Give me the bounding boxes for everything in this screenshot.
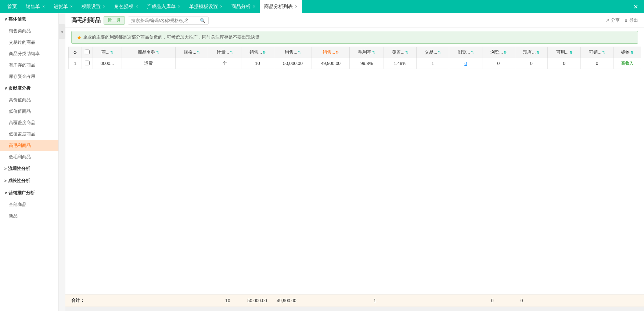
nav-item-商品分析[interactable]: 商品分析× <box>227 0 260 13</box>
cell-sellable: 0 <box>580 58 613 69</box>
share-icon: ↗ <box>606 18 609 23</box>
sidebar-arrow: ∨ <box>4 17 7 21</box>
col-available[interactable]: 可用...⇅ <box>548 47 580 58</box>
col-browse2[interactable]: 浏览...⇅ <box>482 47 515 58</box>
header-actions: ↗ 分享 ⬇ 导出 <box>606 17 638 23</box>
col-browse1[interactable]: 浏览...⇅ <box>449 47 482 58</box>
footer-browse1 <box>389 298 419 303</box>
nav-item-产成品入库单[interactable]: 产成品入库单× <box>143 0 185 13</box>
cell-current-stock: 0 <box>515 58 548 69</box>
close-tab-商品分析[interactable]: × <box>253 4 255 9</box>
sidebar-item-全部商品[interactable]: 全部商品 <box>0 199 58 210</box>
col-name[interactable]: 商品名称⇅ <box>122 47 175 58</box>
main-layout: ∨整体信息销售类商品交易过的商品商品分类助销率有库存的商品库存资金占用∨贡献度分… <box>0 13 644 311</box>
sidebar-item-销售类商品[interactable]: 销售类商品 <box>0 25 58 37</box>
sidebar-item-高覆盖度商品[interactable]: 高覆盖度商品 <box>0 117 58 129</box>
close-tab-商品分析列表[interactable]: × <box>295 4 298 9</box>
cell-tag: 高收入 <box>614 58 641 69</box>
export-btn[interactable]: ⬇ 导出 <box>624 17 638 23</box>
col-current-stock[interactable]: 现有...⇅ <box>515 47 548 58</box>
sidebar-item-高价值商品[interactable]: 高价值商品 <box>0 94 58 106</box>
close-all-tabs[interactable]: ✕ <box>630 3 641 10</box>
close-tab-销售单[interactable]: × <box>42 4 45 9</box>
nav-item-权限设置[interactable]: 权限设置× <box>77 0 110 13</box>
col-code[interactable]: 商...⇅ <box>93 47 122 58</box>
data-table: ⚙ 商...⇅ 商品名称⇅ 规格...⇅ 计量...⇅ 销售...⇅ 销售...… <box>68 47 641 69</box>
sidebar-item-新品[interactable]: 新品 <box>0 210 58 222</box>
row-checkbox[interactable] <box>85 61 90 65</box>
table-container: ⚙ 商...⇅ 商品名称⇅ 规格...⇅ 计量...⇅ 销售...⇅ 销售...… <box>65 47 644 294</box>
col-spec[interactable]: 规格...⇅ <box>176 47 208 58</box>
cell-checkbox[interactable] <box>82 58 93 69</box>
footer-trade: 1 <box>360 298 389 303</box>
nav-item-角色授权[interactable]: 角色授权× <box>110 0 143 13</box>
cell-unit: 个 <box>208 58 241 69</box>
footer-spacer1 <box>96 298 125 303</box>
search-icon[interactable]: 🔍 <box>200 18 205 23</box>
sidebar-item-低价值商品[interactable]: 低价值商品 <box>0 106 58 117</box>
sidebar-group-整体信息[interactable]: ∨整体信息 <box>0 13 58 25</box>
col-sales-profit[interactable]: 销售...⇅ <box>312 47 350 58</box>
col-settings[interactable]: ⚙ <box>69 47 82 58</box>
cell-gross-margin: 99.8% <box>350 58 384 69</box>
cell-browse2: 0 <box>482 58 515 69</box>
cell-browse1[interactable]: 0 <box>449 58 482 69</box>
footer-spacer5 <box>301 298 331 303</box>
footer-spacer6 <box>331 298 360 303</box>
sidebar-collapse-btn[interactable]: « <box>59 24 65 39</box>
sidebar-item-有库存的商品[interactable]: 有库存的商品 <box>0 59 58 71</box>
sidebar-item-交易过的商品[interactable]: 交易过的商品 <box>0 37 58 48</box>
sidebar-group-成长性分析[interactable]: >成长性分析 <box>0 175 58 187</box>
sidebar-group-流通性分析[interactable]: >流通性分析 <box>0 163 58 175</box>
close-tab-角色授权[interactable]: × <box>136 4 138 9</box>
sidebar-item-库存资金占用[interactable]: 库存资金占用 <box>0 71 58 82</box>
sidebar-group-贡献度分析[interactable]: ∨贡献度分析 <box>0 82 58 94</box>
cell-name: 运费 <box>122 58 175 69</box>
sidebar: ∨整体信息销售类商品交易过的商品商品分类助销率有库存的商品库存资金占用∨贡献度分… <box>0 13 59 311</box>
cell-code: 0000... <box>93 58 122 69</box>
footer-spacer7 <box>448 298 478 303</box>
cell-coverage: 1.49% <box>384 58 416 69</box>
sidebar-item-商品分类助销率[interactable]: 商品分类助销率 <box>0 48 58 59</box>
nav-item-单据模板设置[interactable]: 单据模板设置× <box>185 0 227 13</box>
nav-item-进货单[interactable]: 进货单× <box>49 0 77 13</box>
col-checkbox[interactable] <box>82 47 93 58</box>
info-text: 企业的主要的利润都是这部分商品创造的，可考虑加大推广，同时关注库存是不要出现缺货 <box>83 34 259 40</box>
col-sales-amount[interactable]: 销售...⇅ <box>274 47 312 58</box>
close-tab-单据模板设置[interactable]: × <box>220 4 223 9</box>
horizontal-scrollbar[interactable] <box>65 307 644 311</box>
filter-btn[interactable]: 近一月 <box>104 16 125 25</box>
col-sales-qty[interactable]: 销售...⇅ <box>241 47 274 58</box>
close-tab-进货单[interactable]: × <box>70 4 73 9</box>
search-input[interactable] <box>131 18 198 23</box>
sidebar-arrow: ∨ <box>4 191 7 195</box>
nav-item-销售单[interactable]: 销售单× <box>21 0 49 13</box>
info-banner: ◆ 企业的主要的利润都是这部分商品创造的，可考虑加大推广，同时关注库存是不要出现… <box>71 31 638 44</box>
sidebar-item-低毛利商品[interactable]: 低毛利商品 <box>0 151 58 163</box>
footer-sales-qty: 10 <box>213 298 242 303</box>
sidebar-group-营销推广分析[interactable]: ∨营销推广分析 <box>0 187 58 199</box>
sidebar-item-高毛利商品[interactable]: 高毛利商品 <box>0 140 58 151</box>
sidebar-group-label: 贡献度分析 <box>8 85 30 91</box>
select-all-checkbox[interactable] <box>85 50 90 54</box>
cell-num: 1 <box>69 58 82 69</box>
nav-item-首页[interactable]: 首页 <box>3 0 21 13</box>
share-btn[interactable]: ↗ 分享 <box>606 17 620 23</box>
nav-item-商品分析列表[interactable]: 商品分析列表× <box>260 0 302 13</box>
sidebar-group-label: 成长性分析 <box>8 178 30 184</box>
col-coverage[interactable]: 覆盖...⇅ <box>384 47 416 58</box>
col-gross-margin[interactable]: 毛利率⇅ <box>350 47 384 58</box>
col-trade[interactable]: 交易...⇅ <box>417 47 449 58</box>
footer-sales-amount: 50,000.00 <box>242 298 272 303</box>
col-tag[interactable]: 标签⇅ <box>614 47 641 58</box>
close-tab-产成品入库单[interactable]: × <box>178 4 180 9</box>
cell-sales-profit: 49,900.00 <box>312 58 350 69</box>
table-header-row: ⚙ 商...⇅ 商品名称⇅ 规格...⇅ 计量...⇅ 销售...⇅ 销售...… <box>69 47 641 58</box>
close-tab-权限设置[interactable]: × <box>103 4 105 9</box>
col-sellable[interactable]: 可销...⇅ <box>580 47 613 58</box>
top-nav: 首页销售单×进货单×权限设置×角色授权×产成品入库单×单据模板设置×商品分析×商… <box>0 0 644 13</box>
sidebar-item-低覆盖度商品[interactable]: 低覆盖度商品 <box>0 129 58 140</box>
col-unit[interactable]: 计量...⇅ <box>208 47 241 58</box>
footer-spacer4 <box>184 298 213 303</box>
table-footer: 合计： 10 50,000.00 49,900.00 1 0 0 <box>65 294 644 307</box>
